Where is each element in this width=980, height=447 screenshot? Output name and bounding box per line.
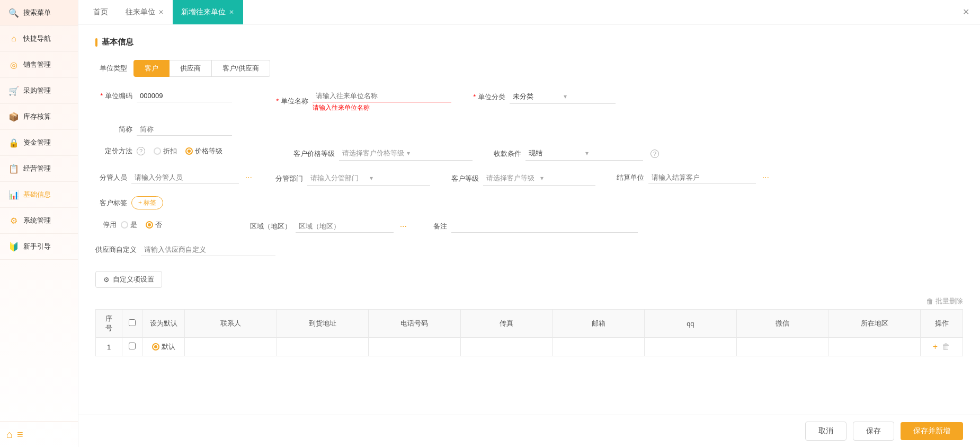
- row-address-input[interactable]: [283, 343, 362, 351]
- row-fax-input[interactable]: [467, 343, 546, 351]
- row-wechat-input[interactable]: [743, 343, 822, 351]
- cancel-button[interactable]: 取消: [805, 422, 847, 441]
- unit-type-field: 单位类型 客户 供应商 客户/供应商: [95, 60, 270, 77]
- customer-level-select[interactable]: 请选择客户等级 ▾: [483, 171, 595, 186]
- settlement-unit-input[interactable]: [648, 171, 756, 184]
- row-actions-cell: + 🗑: [921, 338, 963, 356]
- supplier-custom-label: 供应商自定义: [95, 245, 137, 255]
- purchase-icon: 🛒: [8, 85, 19, 96]
- disable-yes-radio: [121, 221, 128, 229]
- type-btn-both[interactable]: 客户/供应商: [212, 60, 270, 77]
- disable-label: 停用: [95, 220, 117, 230]
- col-index: 序号: [96, 310, 122, 338]
- area-input[interactable]: [296, 220, 394, 233]
- row-contact-input[interactable]: [191, 343, 270, 351]
- customer-price-level-select[interactable]: 请选择客户价格等级 ▾: [339, 146, 473, 161]
- unit-name-field: 单位名称 请输入往来单位名称: [271, 90, 451, 112]
- sidebar: 🔍 搜索菜单 ⌂ 快捷导航 ◎ 销售管理 🛒 采购管理 📦 库存核算 🔒 资金管…: [0, 0, 78, 447]
- customer-tags-label: 客户标签: [95, 198, 127, 208]
- short-name-input[interactable]: [137, 123, 232, 136]
- sidebar-item-finance[interactable]: 🔒 资金管理: [0, 130, 78, 156]
- sidebar-item-basic-info[interactable]: 📊 基础信息: [0, 182, 78, 208]
- row-default-radio: [152, 343, 159, 350]
- col-default: 设为默认: [142, 310, 185, 338]
- supervisor-input[interactable]: [131, 171, 239, 184]
- unit-category-label: 单位分类: [468, 92, 505, 102]
- payment-terms-label: 收款条件: [489, 149, 521, 159]
- sidebar-item-inventory[interactable]: 📦 库存核算: [0, 104, 78, 130]
- custom-settings-button[interactable]: ⚙ 自定义项设置: [95, 271, 162, 288]
- sidebar-item-guide[interactable]: 🔰 新手引导: [0, 234, 78, 260]
- sidebar-item-purchase[interactable]: 🛒 采购管理: [0, 78, 78, 104]
- supplier-custom-field: 供应商自定义: [95, 243, 275, 256]
- sidebar-item-operations[interactable]: 📋 经营管理: [0, 156, 78, 182]
- supervisor-dots[interactable]: ···: [243, 173, 254, 182]
- tab-new-contact[interactable]: 新增往来单位 ✕: [173, 0, 243, 24]
- row-delete-btn[interactable]: 🗑: [942, 342, 950, 352]
- tab-new-contact-close[interactable]: ✕: [229, 8, 234, 16]
- sidebar-house-icon[interactable]: ⌂: [6, 428, 13, 441]
- row-add-btn[interactable]: +: [933, 342, 938, 352]
- row-email-cell: [553, 338, 645, 356]
- unit-code-input[interactable]: [137, 90, 232, 102]
- section-flag: [95, 38, 97, 47]
- batch-delete-label[interactable]: 批量删除: [936, 296, 963, 306]
- tab-contacts-close[interactable]: ✕: [158, 8, 164, 16]
- row-email-input[interactable]: [559, 343, 638, 351]
- tab-bar-close[interactable]: ✕: [958, 7, 974, 17]
- batch-delete-area: 🗑 批量删除: [95, 296, 963, 306]
- row-phone-input[interactable]: [375, 343, 454, 351]
- table-row: 1 默认: [96, 338, 963, 356]
- tab-contacts[interactable]: 往来单位 ✕: [117, 0, 173, 24]
- customer-price-level-field: 客户价格等级 请选择客户价格等级 ▾: [292, 146, 473, 161]
- customer-level-field: 客户等级 请选择客户等级 ▾: [447, 171, 595, 186]
- department-label: 分管部门: [271, 174, 303, 183]
- disable-no[interactable]: 否: [146, 220, 162, 230]
- row-qq-input[interactable]: [651, 343, 730, 351]
- notes-input[interactable]: [451, 220, 638, 233]
- pricing-help-icon[interactable]: ?: [137, 147, 145, 155]
- sidebar-item-search[interactable]: 🔍 搜索菜单: [0, 0, 78, 26]
- pricing-discount-option[interactable]: 折扣: [154, 146, 177, 156]
- pricing-level-radio: [185, 147, 193, 155]
- disable-no-radio: [146, 221, 153, 229]
- settlement-unit-dots[interactable]: ···: [760, 173, 771, 182]
- disable-radio-group: 是 否: [121, 220, 162, 230]
- type-btn-supplier[interactable]: 供应商: [170, 60, 212, 77]
- supplier-custom-input[interactable]: [141, 243, 275, 256]
- payment-terms-select[interactable]: 现结 ▾: [525, 146, 643, 161]
- sidebar-bottom: ⌂ ≡: [0, 422, 78, 447]
- type-btn-customer[interactable]: 客户: [133, 60, 170, 77]
- row-contact-cell: [185, 338, 277, 356]
- system-icon: ⚙: [8, 215, 19, 226]
- unit-code-label: 单位编码: [95, 91, 132, 101]
- row-default-radio-item[interactable]: 默认: [149, 342, 178, 352]
- save-button[interactable]: 保存: [853, 422, 894, 441]
- sidebar-item-quick-nav[interactable]: ⌂ 快捷导航: [0, 26, 78, 52]
- sidebar-item-system[interactable]: ⚙ 系统管理: [0, 208, 78, 234]
- save-new-button[interactable]: 保存并新增: [901, 422, 963, 440]
- unit-name-label: 单位名称: [271, 97, 308, 106]
- operations-icon: 📋: [8, 163, 19, 174]
- sidebar-menu-icon[interactable]: ≡: [17, 428, 23, 441]
- customer-tags-field: 客户标签 + 标签: [95, 196, 163, 209]
- row-checkbox[interactable]: [129, 343, 136, 349]
- payment-terms-help-icon[interactable]: ?: [651, 150, 659, 158]
- short-name-row: 简称: [95, 123, 963, 136]
- department-select[interactable]: 请输入分管部门 ▾: [307, 171, 430, 186]
- notes-label: 备注: [426, 222, 447, 231]
- unit-type-row: 单位类型 客户 供应商 客户/供应商: [95, 60, 963, 77]
- row-area-input[interactable]: [835, 343, 914, 351]
- unit-category-select[interactable]: 未分类 ▾: [510, 90, 616, 104]
- pricing-level-option[interactable]: 价格等级: [185, 146, 222, 156]
- disable-field: 停用 是 否: [95, 220, 233, 230]
- select-all-checkbox[interactable]: [129, 319, 136, 326]
- area-dots[interactable]: ···: [398, 222, 409, 231]
- tab-home[interactable]: 首页: [85, 0, 117, 24]
- col-address: 到货地址: [277, 310, 369, 338]
- unit-code-field: 单位编码: [95, 90, 254, 102]
- sidebar-item-sales[interactable]: ◎ 销售管理: [0, 52, 78, 78]
- unit-name-input[interactable]: [313, 90, 451, 102]
- customer-tag-btn[interactable]: + 标签: [131, 196, 163, 209]
- disable-yes[interactable]: 是: [121, 220, 137, 230]
